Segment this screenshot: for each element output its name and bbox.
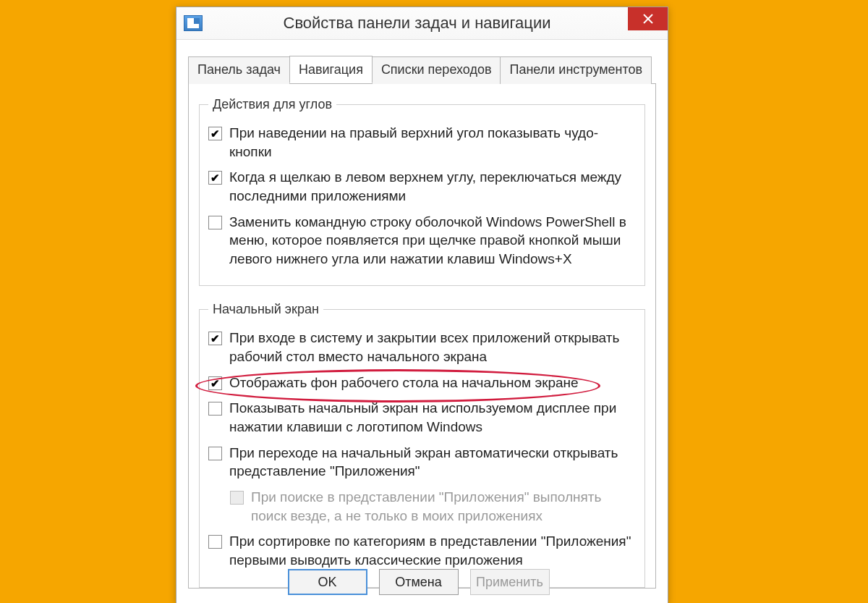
label-corner-recent-apps: Когда я щелкаю в левом верхнем углу, пер… bbox=[229, 168, 636, 205]
group-corner-actions: Действия для углов При наведении на прав… bbox=[199, 97, 645, 286]
label-start-desktop-on-login: При входе в систему и закрытии всех прил… bbox=[229, 329, 636, 366]
label-start-apps-view: При переходе на начальный экран автомати… bbox=[229, 444, 636, 481]
label-start-search-everywhere: При поиске в представлении "Приложения" … bbox=[251, 488, 636, 525]
titlebar: Свойства панели задач и навигации bbox=[176, 7, 668, 40]
checkbox-start-desktop-background[interactable] bbox=[208, 376, 222, 390]
tab-toolbars[interactable]: Панели инструментов bbox=[500, 56, 652, 84]
tab-panel-navigation: Действия для углов При наведении на прав… bbox=[188, 83, 656, 589]
checkbox-start-search-everywhere bbox=[230, 491, 244, 505]
opt-start-search-everywhere: При поиске в представлении "Приложения" … bbox=[230, 488, 636, 525]
checkbox-corner-charms[interactable] bbox=[208, 127, 222, 140]
opt-start-desktop-background: Отображать фон рабочего стола на начальн… bbox=[208, 374, 636, 392]
opt-corner-recent-apps: Когда я щелкаю в левом верхнем углу, пер… bbox=[208, 168, 636, 205]
opt-start-desktop-on-login: При входе в систему и закрытии всех прил… bbox=[208, 329, 636, 366]
opt-corner-powershell: Заменить командную строку оболочкой Wind… bbox=[208, 213, 636, 269]
checkbox-corner-powershell[interactable] bbox=[208, 216, 222, 229]
label-corner-powershell: Заменить командную строку оболочкой Wind… bbox=[229, 213, 636, 269]
window-title: Свойства панели задач и навигации bbox=[203, 14, 668, 33]
opt-start-apps-view: При переходе на начальный экран автомати… bbox=[208, 444, 636, 481]
taskbar-properties-dialog: Свойства панели задач и навигации Панель… bbox=[176, 7, 668, 603]
opt-start-on-current-display: Показывать начальный экран на используем… bbox=[208, 399, 636, 436]
label-corner-charms: При наведении на правый верхний угол пок… bbox=[229, 124, 636, 161]
label-start-desktop-background: Отображать фон рабочего стола на начальн… bbox=[229, 374, 579, 392]
opt-corner-charms: При наведении на правый верхний угол пок… bbox=[208, 124, 636, 161]
window-system-icon bbox=[184, 15, 203, 31]
tab-jumplists[interactable]: Списки переходов bbox=[372, 56, 501, 84]
tab-navigation[interactable]: Навигация bbox=[289, 56, 373, 83]
checkbox-start-on-current-display[interactable] bbox=[208, 402, 222, 416]
tab-strip: Панель задач Навигация Списки переходов … bbox=[188, 56, 668, 83]
cancel-button[interactable]: Отмена bbox=[379, 569, 459, 595]
label-start-sort-classic-first: При сортировке по категориям в представл… bbox=[229, 532, 636, 569]
checkbox-start-sort-classic-first[interactable] bbox=[208, 535, 222, 549]
checkbox-start-apps-view[interactable] bbox=[208, 447, 222, 460]
apply-button: Применить bbox=[470, 569, 550, 595]
group-start-screen: Начальный экран При входе в систему и за… bbox=[199, 302, 645, 587]
dialog-button-row: OK Отмена Применить bbox=[176, 569, 668, 595]
group-start-legend: Начальный экран bbox=[208, 302, 323, 317]
close-icon bbox=[643, 14, 653, 24]
close-button[interactable] bbox=[628, 7, 668, 30]
checkbox-start-desktop-on-login[interactable] bbox=[208, 332, 222, 345]
group-corner-legend: Действия для углов bbox=[208, 97, 336, 112]
label-start-on-current-display: Показывать начальный экран на используем… bbox=[229, 399, 636, 436]
tab-taskbar[interactable]: Панель задач bbox=[188, 56, 290, 84]
opt-start-sort-classic-first: При сортировке по категориям в представл… bbox=[208, 532, 636, 569]
ok-button[interactable]: OK bbox=[288, 569, 367, 595]
checkbox-corner-recent-apps[interactable] bbox=[208, 171, 222, 185]
